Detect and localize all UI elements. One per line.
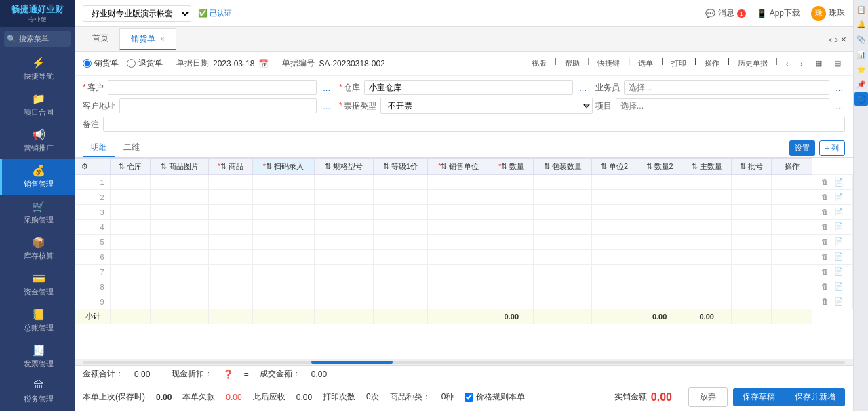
warehouse-input[interactable] (364, 80, 573, 95)
cell-6-10[interactable] (637, 250, 682, 265)
delete-icon[interactable]: 🗑 (820, 252, 830, 261)
right-btn-5[interactable]: ⭐ (854, 62, 868, 76)
app-download-btn[interactable]: 📱 App下载 (757, 7, 800, 19)
copy-icon[interactable]: 📄 (833, 207, 845, 216)
cell-4-2[interactable] (209, 220, 252, 235)
col-price-header[interactable]: ⇅ 等级1价 (373, 159, 427, 175)
copy-icon[interactable]: 📄 (833, 252, 845, 261)
cell-4-13[interactable] (772, 220, 812, 235)
cell-9-8[interactable] (533, 294, 591, 309)
cell-3-13[interactable] (772, 205, 812, 220)
cell-1-5[interactable] (373, 175, 427, 190)
tab-detail[interactable]: 明细 (83, 139, 115, 157)
cell-5-5[interactable] (373, 235, 427, 250)
col-qty-header[interactable]: *⇅ 数量 (490, 159, 533, 175)
help-btn[interactable]: 帮助 (561, 57, 584, 70)
cell-2-13[interactable] (772, 190, 812, 205)
cell-3-7[interactable] (490, 205, 533, 220)
cell-3-12[interactable] (732, 205, 772, 220)
copy-icon[interactable]: 📄 (833, 237, 845, 246)
right-btn-1[interactable]: 📋 (854, 3, 868, 16)
cell-7-1[interactable] (150, 265, 208, 279)
cell-7-12[interactable] (732, 265, 772, 279)
cell-7-0[interactable] (111, 265, 151, 279)
cell-9-1[interactable] (150, 294, 208, 309)
shortcut-btn[interactable]: 快捷键 (593, 57, 624, 70)
right-btn-7[interactable]: 🔵 (854, 92, 868, 106)
sidebar-item-quick-nav[interactable]: ⚡ 快捷导航 (0, 51, 75, 87)
cell-6-2[interactable] (209, 250, 252, 265)
cell-3-11[interactable] (682, 205, 732, 220)
add-col-button[interactable]: + 列 (819, 140, 845, 156)
copy-icon[interactable]: 📄 (833, 267, 845, 276)
cell-3-9[interactable] (592, 205, 637, 220)
tab-next-btn[interactable]: › (835, 34, 838, 45)
tab-2d[interactable]: 二维 (115, 139, 148, 157)
tab-sale-order[interactable]: 销货单 × (119, 28, 176, 50)
print-btn[interactable]: 打印 (667, 57, 690, 70)
cell-8-1[interactable] (150, 279, 208, 294)
cell-1-6[interactable] (427, 175, 490, 190)
customer-input[interactable] (108, 80, 317, 95)
grid-view1[interactable]: ▦ (811, 57, 826, 70)
cell-9-11[interactable] (682, 294, 732, 309)
sidebar-item-tax[interactable]: 🏛 税务管理 (0, 374, 75, 410)
cell-2-1[interactable] (150, 190, 208, 205)
cell-5-12[interactable] (732, 235, 772, 250)
cell-7-4[interactable] (315, 265, 373, 279)
nav-prev-toolbar[interactable]: ‹ (782, 57, 793, 70)
sidebar-item-invoice[interactable]: 🧾 发票管理 (0, 338, 75, 374)
scroll-thumb[interactable] (311, 361, 393, 364)
cell-1-9[interactable] (592, 175, 637, 190)
copy-icon[interactable]: 📄 (833, 192, 845, 201)
col-qty2-header[interactable]: ⇅ 数量2 (637, 159, 682, 175)
cell-8-4[interactable] (315, 279, 373, 294)
cell-6-13[interactable] (772, 250, 812, 265)
cell-2-2[interactable] (209, 190, 252, 205)
copy-icon[interactable]: 📄 (833, 281, 845, 291)
cell-3-10[interactable] (637, 205, 682, 220)
grid-view2[interactable]: ▤ (830, 57, 845, 70)
user-avatar[interactable]: 珠 珠珠 (811, 6, 845, 21)
radio-return[interactable]: 退货单 (127, 58, 163, 69)
cell-1-12[interactable] (732, 175, 772, 190)
cell-3-3[interactable] (252, 205, 315, 220)
horizontal-scrollbar[interactable] (75, 359, 853, 365)
messages-btn[interactable]: 💬 消息 1 (705, 7, 746, 19)
cell-9-10[interactable] (637, 294, 682, 309)
cell-6-3[interactable] (252, 250, 315, 265)
price-check-label[interactable]: 价格规则本单 (465, 391, 525, 403)
salesman-input[interactable] (624, 80, 829, 95)
invoice-select[interactable]: 不开票 (380, 98, 593, 114)
tab-home[interactable]: 首页 (81, 28, 119, 50)
cell-7-2[interactable] (209, 265, 252, 279)
cell-6-9[interactable] (592, 250, 637, 265)
cell-9-4[interactable] (315, 294, 373, 309)
cell-7-5[interactable] (373, 265, 427, 279)
cell-8-12[interactable] (732, 279, 772, 294)
cell-8-8[interactable] (533, 279, 591, 294)
cell-7-9[interactable] (592, 265, 637, 279)
cell-6-5[interactable] (373, 250, 427, 265)
cell-8-0[interactable] (111, 279, 151, 294)
cell-8-6[interactable] (427, 279, 490, 294)
cell-1-4[interactable] (315, 175, 373, 190)
col-pack-qty-header[interactable]: ⇅ 包装数量 (533, 159, 591, 175)
date-value[interactable]: 2023-03-18 (213, 59, 254, 68)
cell-9-3[interactable] (252, 294, 315, 309)
col-batch-header[interactable]: ⇅ 批号 (732, 159, 772, 175)
cell-5-0[interactable] (111, 235, 151, 250)
copy-icon[interactable]: 📄 (833, 222, 845, 231)
cell-1-2[interactable] (209, 175, 252, 190)
salesman-more-btn[interactable]: ... (833, 83, 845, 93)
cell-5-7[interactable] (490, 235, 533, 250)
cell-3-6[interactable] (427, 205, 490, 220)
cell-1-0[interactable] (111, 175, 151, 190)
cell-5-1[interactable] (150, 235, 208, 250)
select-btn[interactable]: 选单 (634, 57, 657, 70)
cell-3-2[interactable] (209, 205, 252, 220)
help-icon[interactable]: ❓ (223, 370, 233, 379)
cell-5-3[interactable] (252, 235, 315, 250)
cell-8-10[interactable] (637, 279, 682, 294)
cell-5-2[interactable] (209, 235, 252, 250)
